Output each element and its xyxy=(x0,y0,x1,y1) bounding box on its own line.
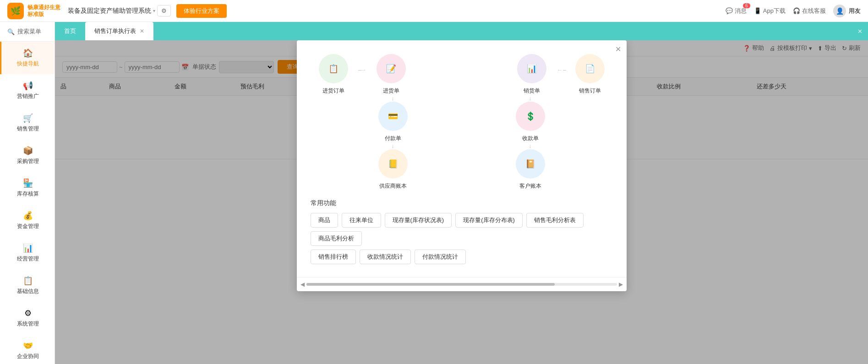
flow-row-5: 📒 供应商账本 📔 客户账本 xyxy=(311,149,613,190)
guide-close-button[interactable]: ✕ xyxy=(615,45,621,54)
svg-text:💲: 💲 xyxy=(525,111,536,121)
flow-node-sales-bill[interactable]: 📊 销货单 xyxy=(509,54,555,95)
app-download-action[interactable]: 📱 App下载 xyxy=(754,7,786,15)
sidebar-item-label: 企业协同 xyxy=(17,353,39,360)
flow-node-supplier-account[interactable]: 📒 供应商账本 xyxy=(370,149,416,190)
operations-icon: 📊 xyxy=(23,243,33,253)
user-area[interactable]: 👤 用友 xyxy=(833,5,861,17)
scroll-thumb xyxy=(306,283,555,286)
main-layout: 🔍 搜索菜单 🏠 快捷导航 📢 营销推广 🛒 销售管理 📦 xyxy=(0,22,868,364)
func-btn-sales-gross[interactable]: 销售毛利分析表 xyxy=(526,213,584,228)
tab-close-icon[interactable]: ✕ xyxy=(140,28,144,34)
sidebar-item-label: 资金管理 xyxy=(17,223,39,230)
enterprise-icon: 🤝 xyxy=(23,341,33,351)
down-arrow-receipt: ↓ xyxy=(529,95,532,102)
flow-row-1: 📋 进货订单 - - - → xyxy=(311,54,613,95)
sidebar-item-finance[interactable]: 💰 资金管理 xyxy=(0,204,55,237)
message-action[interactable]: 💬 消息 6 xyxy=(726,7,747,15)
svg-text:📊: 📊 xyxy=(527,64,537,74)
sidebar-item-quick[interactable]: 🏠 快捷导航 xyxy=(0,42,55,74)
flow-col-supplier: ↓ xyxy=(370,142,416,149)
gear-button[interactable]: ⚙ xyxy=(157,5,171,16)
func-btn-stock-status[interactable]: 现存量(库存状况表) xyxy=(385,213,452,228)
search-menu-item[interactable]: 🔍 搜索菜单 xyxy=(0,22,55,42)
sales-order-icon: 📄 xyxy=(575,54,605,83)
func-btn-goods-gross[interactable]: 商品毛利分析 xyxy=(311,231,362,246)
sidebar-item-label: 基础信息 xyxy=(17,288,39,295)
download-icon: 📱 xyxy=(754,7,761,14)
online-service-action[interactable]: 🎧 在线客服 xyxy=(793,7,826,15)
sidebar-item-inventory[interactable]: 🏪 库存核算 xyxy=(0,172,55,204)
purchase-order-label: 进货订单 xyxy=(322,87,344,95)
sales-bill-label: 销货单 xyxy=(524,87,540,95)
func-btns-row1: 商品 往来单位 现存量(库存状况表) 现存量(库存分布表) 销售毛利分析表 商品… xyxy=(311,213,613,246)
flow-node-customer-account[interactable]: 📔 客户账本 xyxy=(508,149,553,190)
system-title: 装备及固定资产辅助管理系统 xyxy=(68,7,151,15)
func-btn-partners[interactable]: 往来单位 xyxy=(342,213,381,228)
service-icon: 🎧 xyxy=(793,7,800,14)
sidebar-item-label: 采购管理 xyxy=(17,158,39,165)
message-icon: 💬 xyxy=(726,7,733,14)
flow-node-receipt[interactable]: 💲 收款单 xyxy=(508,102,553,142)
sidebar-item-label: 系统管理 xyxy=(17,320,39,328)
sidebar-nav: 🏠 快捷导航 📢 营销推广 🛒 销售管理 📦 采购管理 🏪 库存核 xyxy=(0,42,55,364)
sidebar-item-system[interactable]: ⚙ 系统管理 xyxy=(0,302,55,334)
payment-icon: 💳 xyxy=(378,102,408,131)
guide-scroll: ◀ ▶ xyxy=(297,277,627,291)
down-arrow-customer: ↓ xyxy=(529,142,532,149)
flow-node-sales-order[interactable]: 📄 销售订单 xyxy=(567,54,613,95)
logo-area: 🌿 畅康通好生意 标准版 xyxy=(7,3,62,19)
supplier-account-icon: 📒 xyxy=(378,149,408,179)
func-btns-row2: 销售排行榜 收款情况统计 付款情况统计 xyxy=(311,250,613,264)
svg-text:📋: 📋 xyxy=(328,64,339,74)
sidebar-item-label: 经营管理 xyxy=(17,255,39,263)
arrow-1: - - - → xyxy=(356,66,368,73)
experience-button[interactable]: 体验行业方案 xyxy=(176,4,227,18)
purchase-bill-label: 进货单 xyxy=(383,87,399,95)
func-btn-payment-stat[interactable]: 付款情况统计 xyxy=(415,250,466,264)
marketing-icon: 📢 xyxy=(23,81,33,91)
basic-icon: 📋 xyxy=(23,276,33,286)
flow-col-customer: ↓ xyxy=(508,142,553,149)
flow-col-payment: ↓ xyxy=(370,95,416,102)
tab-home[interactable]: 首页 xyxy=(55,22,85,40)
scroll-right-arrow[interactable]: ▶ xyxy=(619,281,623,288)
scroll-left-arrow[interactable]: ◀ xyxy=(300,281,305,288)
svg-text:💳: 💳 xyxy=(388,111,399,121)
func-btn-stock-dist[interactable]: 现存量(库存分布表) xyxy=(455,213,523,228)
purchase-icon: 📦 xyxy=(23,146,33,156)
sidebar-item-basic[interactable]: 📋 基础信息 xyxy=(0,269,55,302)
customer-account-label: 客户账本 xyxy=(519,182,541,190)
dropdown-arrow-icon[interactable]: ▾ xyxy=(153,8,155,13)
sidebar-item-purchase[interactable]: 📦 采购管理 xyxy=(0,139,55,172)
func-btn-receipt-stat[interactable]: 收款情况统计 xyxy=(360,250,411,264)
sidebar-item-marketing[interactable]: 📢 营销推广 xyxy=(0,74,55,107)
flow-node-payment[interactable]: 💳 付款单 xyxy=(370,102,416,142)
guide-body: 📋 进货订单 - - - → xyxy=(297,40,627,277)
sidebar-item-sales[interactable]: 🛒 销售管理 xyxy=(0,107,55,139)
purchase-order-icon: 📋 xyxy=(319,54,348,83)
scroll-track[interactable] xyxy=(306,283,617,286)
user-name: 用友 xyxy=(849,7,861,15)
flow-node-purchase-order[interactable]: 📋 进货订单 xyxy=(311,54,356,95)
sidebar-item-label: 库存核算 xyxy=(17,190,39,198)
down-arrow-payment: ↓ xyxy=(391,95,394,102)
flow-node-purchase-bill[interactable]: 📝 进货单 xyxy=(368,54,414,95)
sidebar-item-operations[interactable]: 📊 经营管理 xyxy=(0,237,55,269)
flow-col-receipt: ↓ xyxy=(508,95,553,102)
flow-row-3: 💳 付款单 💲 收款单 xyxy=(311,102,613,142)
flow-row-2: ↓ ↓ xyxy=(311,95,613,102)
svg-text:📄: 📄 xyxy=(585,64,595,74)
close-all-button[interactable]: ✕ xyxy=(852,28,868,35)
func-btn-sales-rank[interactable]: 销售排行榜 xyxy=(311,250,356,264)
sidebar: 🔍 搜索菜单 🏠 快捷导航 📢 营销推广 🛒 销售管理 📦 xyxy=(0,22,55,364)
top-bar-right: 💬 消息 6 📱 App下载 🎧 在线客服 👤 用友 xyxy=(726,5,861,17)
guide-overlay[interactable]: ✕ 📋 xyxy=(55,40,868,364)
sales-order-label: 销售订单 xyxy=(579,87,601,95)
sidebar-item-enterprise[interactable]: 🤝 企业协同 xyxy=(0,334,55,364)
tab-sales-order[interactable]: 销售订单执行表 ✕ xyxy=(85,22,153,40)
func-btn-goods[interactable]: 商品 xyxy=(311,213,338,228)
sidebar-item-label: 快捷导航 xyxy=(17,60,39,68)
sales-bill-icon: 📊 xyxy=(517,54,546,83)
receipt-label: 收款单 xyxy=(522,135,539,142)
